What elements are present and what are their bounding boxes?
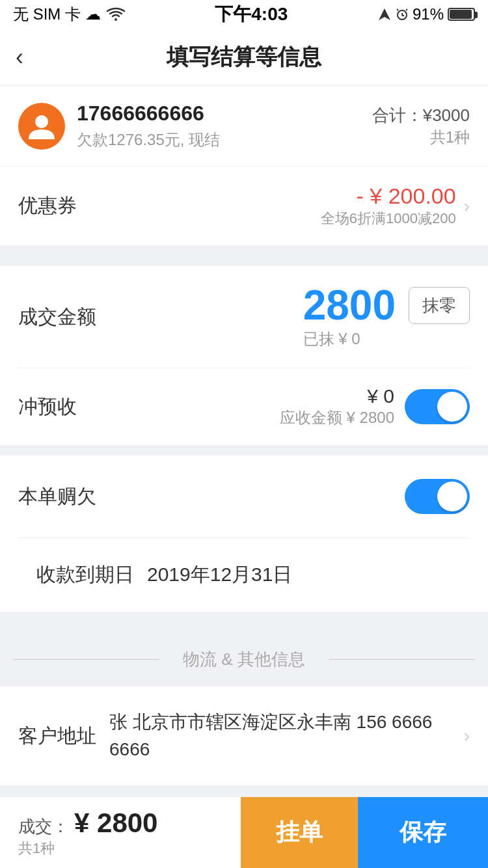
customer-phone: 17666666666 [77,102,220,126]
coupon-chevron-icon: › [464,196,470,217]
page-header: ‹ 填写结算等信息 [0,29,488,86]
status-bar: 无 SIM 卡 ☁ 下午4:03 91% [0,0,488,29]
svg-point-0 [115,18,117,21]
logistics-text: 物流 & 其他信息 [183,648,305,671]
svg-marker-1 [379,8,390,20]
logistics-divider: 物流 & 其他信息 [0,632,488,686]
bendan-row: 本单赒欠 [18,455,470,537]
bottom-amount: ¥ 2800 [74,807,157,839]
svg-point-7 [35,115,48,128]
status-time: 下午4:03 [215,2,288,27]
amount-section: 成交金额 2800 抹零 已抹 ¥ 0 冲预收 ¥ 0 应收金额 ¥ 2800 [0,266,488,445]
sim-label: 无 SIM 卡 ☁ [13,4,101,25]
address-chevron-icon: › [464,726,470,746]
amount-row: 成交金额 2800 抹零 已抹 ¥ 0 [18,266,470,368]
page-title: 填写结算等信息 [167,42,321,72]
status-left: 无 SIM 卡 ☁ [13,4,126,25]
svg-line-5 [397,9,398,10]
due-row: 收款到期日 2019年12月31日 [36,538,452,612]
amount-sub: 已抹 ¥ 0 [303,329,470,349]
separator-1 [0,445,488,455]
divider-1 [0,256,488,266]
bendan-toggle[interactable] [405,479,470,514]
svg-line-6 [406,9,407,10]
amount-label: 成交金额 [18,304,96,331]
save-button[interactable]: 保存 [358,797,488,869]
customer-row: 17666666666 欠款1276.35元, 现结 合计：¥3000 共1种 [0,86,488,166]
address-label: 客户地址 [18,723,96,750]
alarm-icon [396,8,409,21]
address-value: 张 北京市市辖区海淀区永丰南 156 6666 6666 [109,709,461,763]
bottom-count: 共1种 [18,839,223,858]
bottom-bar: 成交： ¥ 2800 共1种 挂单 保存 [0,796,488,868]
battery-icon [448,8,475,21]
hang-button[interactable]: 挂单 [241,797,358,869]
toggle-knob [437,392,467,422]
chong-sub: 应收金额 ¥ 2800 [280,407,394,428]
bendan-section: 本单赒欠 收款到期日 2019年12月31日 [0,455,488,612]
wifi-icon [106,7,126,21]
chong-row: 冲预收 ¥ 0 应收金额 ¥ 2800 [18,368,470,445]
chong-toggle[interactable] [405,389,470,424]
coupon-amount: - ¥ 200.00 [321,183,456,209]
bendan-toggle-knob [437,481,467,511]
due-label: 收款到期日 [36,562,134,588]
customer-section: 17666666666 欠款1276.35元, 现结 合计：¥3000 共1种 … [0,86,488,245]
user-icon [25,110,58,142]
back-button[interactable]: ‹ [16,44,23,71]
total-count: 共1种 [372,127,470,148]
customer-subtext: 欠款1276.35元, 现结 [77,129,220,150]
address-section: 客户地址 张 北京市市辖区海淀区永丰南 156 6666 6666 › [0,686,488,785]
amount-value: 2800 [303,284,396,326]
coupon-label: 优惠券 [18,193,77,219]
due-date: 2019年12月31日 [147,562,292,588]
coupon-row[interactable]: 优惠券 - ¥ 200.00 全场6折满1000减200 › [0,166,488,245]
location-icon [377,7,392,21]
avatar [18,103,65,150]
coupon-desc: 全场6折满1000减200 [321,209,456,228]
status-right: 91% [377,5,475,23]
chong-label: 冲预收 [18,394,77,420]
separator-2 [0,622,488,632]
battery-percent: 91% [413,5,444,23]
round-button[interactable]: 抹零 [409,287,470,324]
address-row[interactable]: 客户地址 张 北京市市辖区海淀区永丰南 156 6666 6666 › [18,686,470,785]
bottom-deal-label: 成交： [18,815,69,838]
due-section: 收款到期日 2019年12月31日 [18,537,470,612]
bendan-label: 本单赒欠 [18,483,96,510]
chong-amount: ¥ 0 [280,385,394,407]
total-label: 合计：¥3000 [372,104,470,127]
